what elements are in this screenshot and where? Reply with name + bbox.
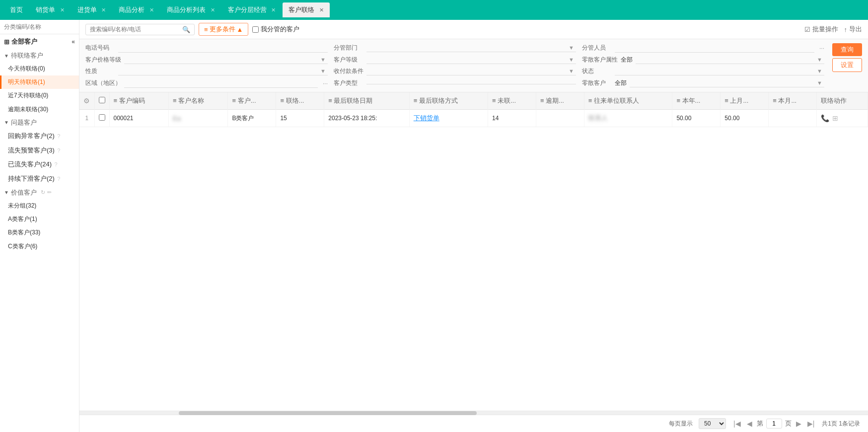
col-header-last-month: ≡ 上月...: [721, 92, 769, 110]
region-input[interactable]: [124, 78, 318, 88]
phone-action-icon[interactable]: 📞: [821, 114, 829, 122]
grid-action-icon[interactable]: ⊞: [832, 114, 838, 122]
horizontal-scrollbar[interactable]: [79, 411, 868, 415]
settings-header: ⚙: [79, 92, 94, 110]
search-input[interactable]: [90, 26, 180, 33]
my-customer-checkbox-wrapper[interactable]: 我分管的客户: [252, 25, 299, 34]
region-label: 区域（地区）: [85, 79, 121, 87]
collapse-icon[interactable]: «: [72, 38, 75, 45]
close-analysis-list-icon[interactable]: ✕: [211, 7, 215, 13]
sidebar: 🔍 ⊞ 全部客户 « ▼ 待联络客户 今天待联络(0) 明天待联络(1) 近7天…: [0, 20, 79, 432]
page-size-select[interactable]: 50 100 200: [699, 418, 726, 429]
close-contact-icon[interactable]: ✕: [319, 7, 324, 13]
sidebar-lost-warning[interactable]: 流失预警客户(3) ?: [0, 144, 79, 158]
nav-item-analysis[interactable]: 商品分析 ✕: [113, 2, 160, 17]
set-button[interactable]: 设置: [832, 58, 862, 72]
footer: 每页显示 50 100 200 |◀ ◀ 第 页 ▶ ▶| 共1页 1条记录: [79, 415, 868, 432]
phone-filter-cell: 电话号码: [85, 43, 328, 53]
page-number-input[interactable]: [766, 419, 782, 429]
sidebar-repurchase-abnormal[interactable]: 回购异常客户(2) ?: [0, 129, 79, 144]
my-customer-checkbox[interactable]: [252, 26, 259, 33]
prev-page-button[interactable]: ◀: [745, 420, 754, 428]
retail-customer-filter-cell: 零散客户 全部 ▼: [582, 79, 824, 87]
row-num-cell: 1: [79, 110, 94, 127]
refresh-icon[interactable]: ↻: [41, 189, 45, 196]
all-customers-header[interactable]: ⊞ 全部客户 «: [0, 34, 79, 49]
close-tier-icon[interactable]: ✕: [271, 7, 276, 13]
search-box: 🔍: [85, 24, 195, 35]
sidebar-today-contact[interactable]: 今天待联络(0): [0, 62, 79, 75]
nav-item-purchase[interactable]: 进货单 ✕: [72, 2, 112, 17]
status-filter-cell: 状态 ▼: [582, 67, 824, 75]
price-grade-label: 客户价格等级: [85, 56, 121, 64]
retail-attr-select[interactable]: ▼: [636, 56, 824, 64]
more-filter-button[interactable]: ≡ 更多条件 ▲: [199, 23, 248, 36]
payment-chevron-icon: ▼: [569, 68, 574, 74]
next-page-button[interactable]: ▶: [795, 420, 803, 428]
price-grade-select[interactable]: ▼: [124, 56, 328, 64]
batch-operation-button[interactable]: ☑ 批量操作: [804, 25, 838, 34]
sidebar-lost-confirmed[interactable]: 已流失客户(24) ?: [0, 157, 79, 172]
close-analysis-icon[interactable]: ✕: [149, 7, 154, 13]
query-button[interactable]: 查询: [832, 43, 862, 56]
customer-grade-select[interactable]: ▼: [366, 56, 576, 64]
export-icon: ↑: [844, 26, 848, 33]
nav-item-analysis-list[interactable]: 商品分析列表 ✕: [161, 2, 221, 17]
sidebar-class-a[interactable]: A类客户(1): [0, 213, 79, 226]
table-settings-icon[interactable]: ⚙: [83, 97, 90, 105]
nav-item-home[interactable]: 首页: [4, 2, 29, 17]
scrollbar-thumb[interactable]: [179, 411, 477, 415]
region-more-icon[interactable]: ···: [323, 80, 328, 87]
select-all-checkbox[interactable]: [99, 97, 105, 103]
row-checkbox[interactable]: [99, 114, 105, 121]
sidebar-tomorrow-contact[interactable]: 明天待联络(1): [0, 75, 79, 89]
search-icon[interactable]: 🔍: [182, 26, 190, 33]
person-more-icon[interactable]: ···: [819, 45, 824, 52]
gender-label: 性质: [85, 67, 115, 75]
filter-panel: 电话号码 分管部门 ▼ 分管人员: [79, 39, 868, 92]
status-select[interactable]: ▼: [615, 67, 824, 75]
nav-item-customer-contact[interactable]: 客户联络 ✕: [283, 2, 330, 17]
sidebar-overdue-contact[interactable]: 逾期未联络(30): [0, 103, 79, 116]
close-purchase-icon[interactable]: ✕: [101, 7, 106, 13]
retail-attr-value: 全部: [621, 56, 633, 64]
table-row: 1 000021 Ea B类客户 15 2023-05-23 18:25: 下销…: [79, 110, 868, 127]
export-button[interactable]: ↑ 导出: [844, 25, 863, 34]
row-unit-contact-cell: 联系人: [584, 110, 672, 127]
nav-item-sales[interactable]: 销货单 ✕: [30, 2, 71, 17]
col-header-name: ≡ 客户名称: [168, 92, 227, 110]
retail-customer-select[interactable]: ▼: [630, 79, 824, 87]
sidebar-class-c[interactable]: C类客户(6): [0, 240, 79, 253]
sidebar-ungrouped[interactable]: 未分组(32): [0, 199, 79, 213]
customer-type-select[interactable]: [366, 82, 576, 84]
sidebar-continuous-decline[interactable]: 持续下滑客户(2) ?: [0, 172, 79, 186]
retail-attr-chevron-icon: ▼: [817, 57, 822, 63]
row-action-cell: 📞 ⊞: [817, 110, 868, 127]
filter-row-3: 性质 ▼ 收付款条件 ▼: [85, 67, 824, 75]
sidebar-class-b[interactable]: B类客户(33): [0, 226, 79, 239]
last-page-button[interactable]: ▶|: [806, 420, 816, 428]
edit-icon[interactable]: ✏: [47, 189, 52, 196]
gender-select[interactable]: ▼: [118, 67, 328, 75]
nav-item-customer-tier[interactable]: 客户分层经营 ✕: [222, 2, 282, 17]
person-input[interactable]: [615, 43, 814, 53]
phone-input[interactable]: [118, 43, 328, 53]
payment-select[interactable]: ▼: [366, 67, 576, 75]
customer-type-filter-cell: 客户类型: [334, 79, 576, 87]
sidebar-search-input[interactable]: [4, 23, 78, 30]
dept-select[interactable]: ▼: [366, 44, 576, 52]
col-overdue-label: ≡ 逾期...: [540, 96, 564, 105]
person-filter-cell: 分管人员 ···: [582, 43, 824, 53]
customer-grade-filter-cell: 客户等级 ▼: [334, 56, 576, 64]
page-size-label: 每页显示: [669, 420, 693, 428]
close-sales-icon[interactable]: ✕: [60, 7, 65, 13]
customer-type-label: 客户类型: [334, 79, 363, 87]
gender-filter-cell: 性质 ▼: [85, 67, 328, 75]
first-page-button[interactable]: |◀: [732, 420, 742, 428]
chevron-up-icon: ▲: [237, 26, 243, 33]
top-navigation: 首页 销货单 ✕ 进货单 ✕ 商品分析 ✕ 商品分析列表 ✕ 客户分层经营 ✕ …: [0, 0, 868, 20]
row-last-method-link[interactable]: 下销货单: [414, 114, 439, 122]
col-header-current-year: ≡ 本年...: [672, 92, 721, 110]
row-current-month-cell: [769, 110, 817, 127]
sidebar-week-contact[interactable]: 近7天待联络(0): [0, 89, 79, 102]
